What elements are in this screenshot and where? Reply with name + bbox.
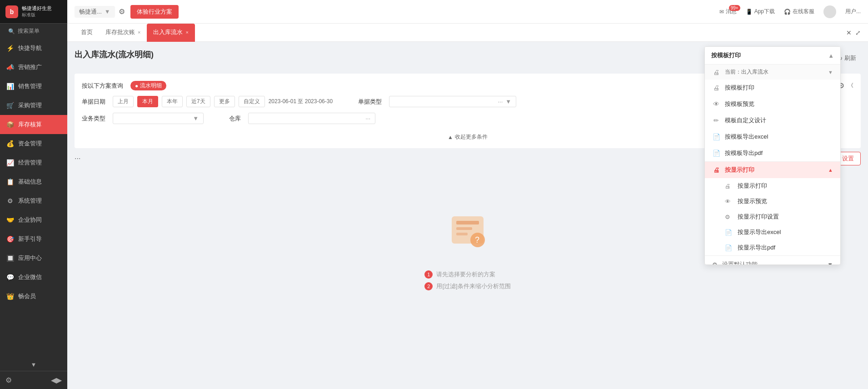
dropdown-default-function[interactable]: ⚙ 设置默认功能 ▼: [705, 256, 840, 264]
step-2-num: 2: [424, 282, 433, 290]
sidebar-item-vip[interactable]: 👑 畅会员: [0, 287, 67, 306]
business-type-field[interactable]: ▼: [113, 113, 204, 124]
sidebar-item-system[interactable]: ⚙ 系统管理: [0, 191, 67, 210]
dropdown-template-custom[interactable]: ✏ 模板自定义设计: [705, 112, 840, 129]
sales-icon: 📊: [5, 82, 15, 91]
page-title: 出入库流水(流水明细): [75, 49, 154, 60]
tab-maximize-icon[interactable]: ⤢: [855, 29, 861, 36]
tab-batch-account-close[interactable]: ×: [138, 30, 140, 35]
sidebar-item-marketing[interactable]: 📣 营销推广: [0, 58, 67, 77]
date-btn-this-year[interactable]: 本年: [162, 96, 183, 107]
dropdown-current-label: 当前：出入库流水: [725, 68, 768, 76]
sidebar-item-basic[interactable]: 📋 基础信息: [0, 172, 67, 191]
sidebar-item-quick-nav[interactable]: ⚡ 快捷导航: [0, 39, 67, 58]
sidebar-item-wechat[interactable]: 💬 企业微信: [0, 268, 67, 287]
dropdown-display-print-settings[interactable]: ⚙ 按显示打印设置: [705, 209, 840, 224]
current-item-arrow: ▼: [828, 70, 833, 75]
display-export-pdf-icon: 📄: [725, 244, 733, 251]
sidebar-scroll-down[interactable]: ▼: [0, 358, 67, 371]
step-2-label: 用[过滤]条件来缩小分析范围: [436, 280, 510, 292]
tab-home[interactable]: 首页: [75, 24, 99, 42]
more-actions-dots[interactable]: ···: [75, 155, 80, 163]
tab-flow[interactable]: 出入库流水 ×: [147, 24, 195, 42]
sidebar-item-cooperation[interactable]: 🤝 企业协同: [0, 210, 67, 229]
topbar-left: 畅捷通... ▼ ⚙ 体验行业方案: [75, 5, 719, 19]
system-icon: ⚙: [5, 196, 15, 205]
sidebar-item-operations[interactable]: 📈 经营管理: [0, 153, 67, 172]
sidebar-item-inventory[interactable]: 📦 库存核算: [0, 115, 67, 134]
settings-icon[interactable]: ⚙: [5, 376, 12, 384]
vip-label: 畅会员: [18, 292, 36, 300]
filter-label: 按以下方案查询: [82, 82, 123, 90]
dropdown-template-export-excel[interactable]: 📄 按模板导出excel: [705, 129, 840, 145]
tab-close-all-icon[interactable]: ✕: [846, 29, 852, 36]
template-export-excel-label: 按模板导出excel: [725, 133, 768, 141]
sidebar-logo: b 畅捷通好生意 标准版: [0, 0, 67, 24]
finance-icon: 💰: [5, 139, 15, 148]
vip-icon: 👑: [5, 292, 15, 301]
topbar-settings-icon[interactable]: ⚙: [119, 7, 125, 16]
doc-type-field[interactable]: ··· ▼: [389, 96, 516, 107]
tab-home-label: 首页: [81, 28, 93, 36]
date-btn-last-7-days[interactable]: 近7天: [186, 96, 210, 107]
current-item-icon: 🖨: [712, 69, 720, 76]
dropdown-current-item[interactable]: 🖨 当前：出入库流水 ▼: [705, 65, 840, 80]
tab-batch-account[interactable]: 库存批次账 ×: [99, 24, 147, 42]
sidebar-bottom: ⚙ ◀▶: [0, 371, 67, 389]
dropdown-display-print[interactable]: 🖨 按显示打印: [705, 178, 840, 194]
dropdown-template-preview[interactable]: 👁 按模板预览: [705, 96, 840, 112]
sidebar-item-purchase[interactable]: 🛒 采购管理: [0, 96, 67, 115]
collapse-sidebar-icon[interactable]: ◀▶: [51, 376, 62, 384]
online-service-icon: 🎧: [784, 9, 791, 15]
date-btn-more[interactable]: 更多: [214, 96, 235, 107]
tabs-right: ✕ ⤢: [846, 29, 861, 36]
sidebar-item-sales[interactable]: 📊 销售管理: [0, 77, 67, 96]
purchase-icon: 🛒: [5, 101, 15, 110]
online-service-action[interactable]: 🎧 在线客服: [784, 8, 814, 15]
template-custom-label: 模板自定义设计: [725, 116, 766, 125]
dropdown-title: 按模板打印: [711, 51, 741, 60]
date-btn-this-month[interactable]: 本月: [137, 96, 158, 107]
collapse-button[interactable]: ▲ 收起更多条件: [448, 133, 488, 141]
dropdown-scroll: 🖨 当前：出入库流水 ▼ 🖨 按模板打印 👁 按模板预览 ✏ 模板自定义设计 📄…: [705, 65, 840, 264]
quick-nav-label: 快捷导航: [18, 44, 42, 52]
doc-type-label: 单据类型: [358, 98, 382, 106]
inventory-label: 库存核算: [18, 120, 42, 129]
guide-label: 新手引导: [18, 235, 42, 243]
dropdown-display-export-pdf[interactable]: 📄 按显示导出pdf: [705, 240, 840, 255]
sales-label: 销售管理: [18, 82, 42, 90]
template-export-pdf-label: 按模板导出pdf: [725, 149, 763, 157]
empty-steps: 1 请先选择要分析的方案 2 用[过滤]条件来缩小分析范围: [424, 269, 510, 292]
dropdown-template-export-pdf[interactable]: 📄 按模板导出pdf: [705, 145, 840, 161]
account-selector[interactable]: 畅捷通... ▼: [75, 6, 115, 18]
trial-button[interactable]: 体验行业方案: [130, 5, 179, 19]
display-print-icon: 🖨: [725, 183, 733, 190]
app-download-action[interactable]: 📱 App下载: [746, 8, 775, 15]
collapse-label: 收起更多条件: [455, 133, 488, 141]
app-download-icon: 📱: [746, 9, 753, 15]
tab-flow-close[interactable]: ×: [185, 30, 188, 35]
sidebar-item-app-center[interactable]: 🔲 应用中心: [0, 249, 67, 268]
dropdown-close-arrow[interactable]: ▲: [828, 52, 834, 59]
dropdown-display-section-header[interactable]: 🖨 按显示打印 ▲: [705, 162, 840, 178]
search-menu[interactable]: 🔍 搜索菜单: [0, 24, 67, 39]
purchase-label: 采购管理: [18, 101, 42, 110]
sidebar-item-finance[interactable]: 💰 资金管理: [0, 134, 67, 153]
warehouse-label: 仓库: [229, 115, 241, 123]
print-dropdown-panel: 按模板打印 ▲ 🖨 当前：出入库流水 ▼ 🖨 按模板打印 👁 按模板预览 ✏ 模…: [704, 46, 841, 265]
empty-step-1: 1 请先选择要分析的方案: [424, 269, 510, 280]
message-action[interactable]: ✉ 消息 99+: [719, 8, 737, 15]
user-avatar[interactable]: [823, 5, 836, 18]
date-btn-last-month[interactable]: 上月: [113, 96, 134, 107]
warehouse-field[interactable]: ···: [248, 113, 375, 124]
display-section-arrow: ▲: [828, 167, 833, 173]
dropdown-display-export-excel[interactable]: 📄 按显示导出excel: [705, 224, 840, 240]
marketing-icon: 📣: [5, 63, 15, 72]
dropdown-display-preview[interactable]: 👁 按显示预览: [705, 194, 840, 209]
filter-expand-icon[interactable]: 《: [848, 82, 853, 90]
inventory-icon: 📦: [5, 120, 15, 129]
tabs-bar: 首页 库存批次账 × 出入库流水 × ✕ ⤢: [67, 24, 868, 42]
date-btn-custom[interactable]: 自定义: [239, 96, 265, 107]
sidebar-item-guide[interactable]: 🎯 新手引导: [0, 229, 67, 249]
dropdown-template-print[interactable]: 🖨 按模板打印: [705, 80, 840, 96]
